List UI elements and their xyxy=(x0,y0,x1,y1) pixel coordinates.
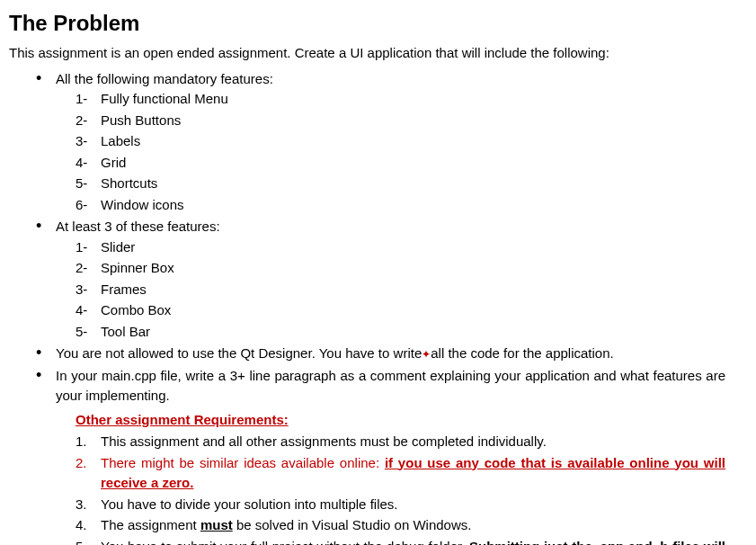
list-item: 1-Slider xyxy=(76,237,747,258)
item-text: Frames xyxy=(101,281,147,297)
bullet-label: All the following mandatory features: xyxy=(56,71,273,86)
req-prefix: The assignment xyxy=(101,517,200,532)
item-text: Window icons xyxy=(101,197,184,212)
list-item: 4-Combo Box xyxy=(76,300,747,321)
other-requirements-header: Other assignment Requirements: xyxy=(56,410,725,431)
list-item: 6-Window icons xyxy=(76,195,747,216)
bullet-optional: At least 3 of these features: 1-Slider 2… xyxy=(36,217,747,342)
optional-list: 1-Slider 2-Spinner Box 3-Frames 4-Combo … xyxy=(56,237,747,343)
mandatory-list: 1-Fully functional Menu 2-Push Buttons 3… xyxy=(56,89,747,215)
qt-text-prefix: You are not allowed to use the Qt Design… xyxy=(56,345,422,361)
list-item: 3-Labels xyxy=(76,131,747,152)
intro-text: This assignment is an open ended assignm… xyxy=(9,43,747,64)
item-text: Shortcuts xyxy=(101,175,157,191)
list-item: 4-Grid xyxy=(76,153,747,174)
list-item: 3.You have to divide your solution into … xyxy=(76,495,725,515)
req-prefix: You have to submit your full project wit… xyxy=(101,539,469,546)
main-bullet-list: All the following mandatory features: 1-… xyxy=(9,69,747,546)
req-text: This assignment and all other assignment… xyxy=(101,433,547,449)
page-title: The Problem xyxy=(9,7,747,40)
star-icon: ✦ xyxy=(422,348,431,361)
req-prefix: There might be similar ideas available o… xyxy=(101,455,385,470)
bullet-mandatory: All the following mandatory features: 1-… xyxy=(36,69,747,216)
item-text: Tool Bar xyxy=(101,324,150,339)
item-text: Combo Box xyxy=(101,302,171,317)
item-text: Grid xyxy=(101,155,126,170)
item-text: Slider xyxy=(101,239,135,255)
req-text: You have to divide your solution into mu… xyxy=(101,496,397,512)
item-text: Push Buttons xyxy=(101,112,181,128)
maincpp-text: In your main.cpp file, write a 3+ line p… xyxy=(56,368,725,404)
bullet-qt-designer: You are not allowed to use the Qt Design… xyxy=(36,344,747,364)
list-item: 4.The assignment must be solved in Visua… xyxy=(76,515,725,536)
list-item: 5-Tool Bar xyxy=(76,322,747,343)
item-text: Fully functional Menu xyxy=(101,91,228,106)
list-item: 3-Frames xyxy=(76,280,747,300)
list-item: 2-Spinner Box xyxy=(76,258,747,279)
req-suffix: be solved in Visual Studio on Windows. xyxy=(233,517,472,532)
list-item: 5.You have to submit your full project w… xyxy=(76,537,725,546)
list-item: 2.There might be similar ideas available… xyxy=(76,453,725,494)
requirements-list: 1.This assignment and all other assignme… xyxy=(56,432,725,545)
list-item: 1.This assignment and all other assignme… xyxy=(76,432,725,452)
item-text: Spinner Box xyxy=(101,260,174,275)
req-bold: must xyxy=(200,517,233,532)
list-item: 1-Fully functional Menu xyxy=(76,89,747,110)
list-item: 2-Push Buttons xyxy=(76,111,747,131)
qt-text-suffix: all the code for the application. xyxy=(431,345,613,361)
list-item: 5-Shortcuts xyxy=(76,174,747,194)
item-text: Labels xyxy=(101,133,140,148)
bullet-label: At least 3 of these features: xyxy=(56,219,220,234)
bullet-maincpp: In your main.cpp file, write a 3+ line p… xyxy=(36,366,747,546)
